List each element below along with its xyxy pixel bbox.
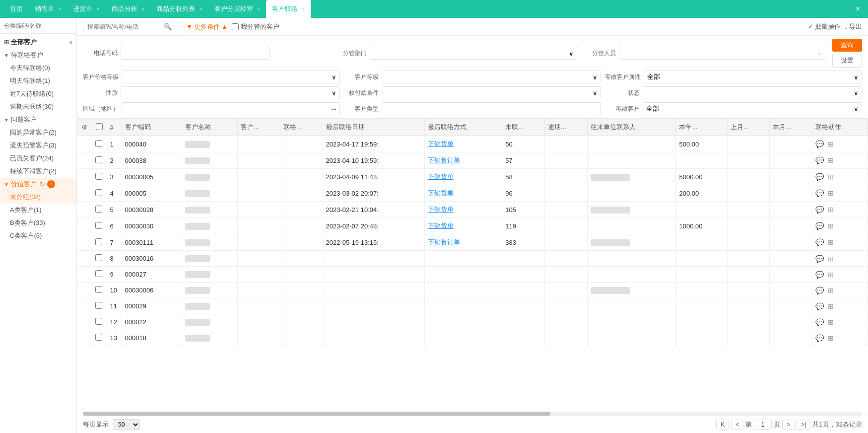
row-checkbox[interactable] xyxy=(95,238,102,245)
all-customers-header[interactable]: ⊞ 全部客户 « xyxy=(0,34,76,49)
export-btn[interactable]: ↓ 导出 xyxy=(845,22,863,31)
tab-sales-order[interactable]: 销售单 × xyxy=(29,0,67,18)
row-checkbox[interactable] xyxy=(95,254,102,261)
row-last-method[interactable] xyxy=(424,267,502,283)
chat-icon[interactable]: 💬 xyxy=(815,189,824,197)
row-checkbox[interactable] xyxy=(95,206,102,213)
sidebar-item-churn-risk[interactable]: 流失预警客户(3) xyxy=(0,139,76,152)
zero-attr-select[interactable]: 全部 ∨ xyxy=(644,71,862,83)
payment-select[interactable]: ∨ xyxy=(382,86,601,99)
price-select[interactable]: ∨ xyxy=(122,71,340,83)
collapse-sidebar-btn[interactable]: « xyxy=(69,39,72,46)
last-page-btn[interactable]: >| xyxy=(797,420,810,430)
row-last-method[interactable] xyxy=(424,330,502,346)
sidebar-item-tomorrow[interactable]: 明天待联络(1) xyxy=(0,74,76,87)
my-customers-check[interactable]: 我分管的客户 xyxy=(232,22,279,31)
row-checkbox[interactable] xyxy=(95,156,102,163)
sidebar-item-overdue[interactable]: 逾期未联络(30) xyxy=(0,100,76,113)
close-tab-contact[interactable]: × xyxy=(302,6,305,12)
first-page-btn[interactable]: K xyxy=(716,420,729,430)
menu-icon[interactable]: ⊞ xyxy=(828,271,834,279)
cust-type-select[interactable] xyxy=(382,102,601,115)
tab-customer-segment[interactable]: 客户分层经营 × xyxy=(208,0,266,18)
more-conditions-btn[interactable]: ▼ 更多条件 ▲ xyxy=(186,22,228,31)
sidebar-item-ungrouped[interactable]: 未分组(32) xyxy=(0,191,76,204)
customer-level-select[interactable]: ∨ xyxy=(382,71,601,83)
close-all-tabs[interactable]: × xyxy=(852,4,864,13)
chat-icon[interactable]: 💬 xyxy=(815,222,824,230)
tab-purchase[interactable]: 进货单 × xyxy=(67,0,105,18)
row-last-method[interactable]: 下销货单 xyxy=(424,136,502,152)
row-last-method[interactable]: 下销售订单 xyxy=(424,152,502,169)
menu-icon[interactable]: ⊞ xyxy=(828,287,834,294)
chat-icon[interactable]: 💬 xyxy=(815,302,824,310)
my-customers-checkbox[interactable] xyxy=(232,23,239,30)
sidebar-item-today[interactable]: 今天待联络(0) xyxy=(0,62,76,74)
chat-icon[interactable]: 💬 xyxy=(815,156,824,164)
close-tab-sales[interactable]: × xyxy=(58,6,61,12)
chat-icon[interactable]: 💬 xyxy=(815,287,824,294)
property-select[interactable]: ∨ xyxy=(121,86,340,99)
filter-search-icon[interactable]: 🔍 xyxy=(164,23,172,30)
staff-select[interactable]: ··· xyxy=(619,47,826,60)
sidebar-item-class-b[interactable]: B类客户(33) xyxy=(0,216,76,229)
row-last-method[interactable] xyxy=(424,283,502,298)
group-value-customers[interactable]: ▼ 价值客户 ↻ ! xyxy=(0,178,76,191)
next-page-btn[interactable]: > xyxy=(782,420,795,430)
chat-icon[interactable]: 💬 xyxy=(815,173,824,181)
close-tab-purchase[interactable]: × xyxy=(96,6,99,12)
region-select[interactable]: ··· xyxy=(122,102,340,115)
chat-icon[interactable]: 💬 xyxy=(815,206,824,214)
filter-search-input[interactable] xyxy=(87,23,162,30)
dept-select[interactable]: ∨ xyxy=(370,47,577,60)
row-last-method[interactable] xyxy=(424,314,502,330)
menu-icon[interactable]: ⊞ xyxy=(828,222,834,230)
row-last-method[interactable]: 下销货单 xyxy=(424,218,502,234)
tab-product-analysis-list[interactable]: 商品分析列表 × xyxy=(150,0,208,18)
menu-icon[interactable]: ⊞ xyxy=(828,140,834,148)
row-checkbox[interactable] xyxy=(95,318,102,325)
row-last-method[interactable]: 下销货单 xyxy=(424,185,502,202)
sidebar-item-churned[interactable]: 已流失客户(24) xyxy=(0,152,76,165)
tab-product-analysis[interactable]: 商品分析 × xyxy=(106,0,150,18)
row-checkbox[interactable] xyxy=(95,222,102,229)
sidebar-search-input[interactable] xyxy=(4,22,77,29)
select-all-checkbox[interactable] xyxy=(96,123,103,130)
status-select[interactable]: ∨ xyxy=(643,86,862,99)
nav-home[interactable]: 首页 xyxy=(4,0,29,18)
chat-icon[interactable]: 💬 xyxy=(815,271,824,279)
chat-icon[interactable]: 💬 xyxy=(815,140,824,148)
row-last-method[interactable] xyxy=(424,251,502,267)
zero-retail-select[interactable]: 全部 ∨ xyxy=(643,102,862,115)
menu-icon[interactable]: ⊞ xyxy=(828,318,834,326)
row-checkbox[interactable] xyxy=(95,189,102,196)
row-last-method[interactable] xyxy=(424,298,502,314)
col-settings[interactable]: ⚙ xyxy=(77,119,92,136)
row-last-method[interactable]: 下销货单 xyxy=(424,169,502,185)
prev-page-btn[interactable]: < xyxy=(731,420,743,430)
row-checkbox[interactable] xyxy=(95,334,102,341)
group-problem-customers[interactable]: ▼ 问题客户 xyxy=(0,113,76,126)
menu-icon[interactable]: ⊞ xyxy=(828,334,834,342)
group-pending-contact[interactable]: ▼ 待联络客户 xyxy=(0,49,76,62)
row-last-method[interactable]: 下销货单 xyxy=(424,202,502,218)
menu-icon[interactable]: ⊞ xyxy=(828,302,834,310)
menu-icon[interactable]: ⊞ xyxy=(828,189,834,197)
sidebar-item-abnormal[interactable]: 囤购异常客户(2) xyxy=(0,126,76,139)
row-checkbox[interactable] xyxy=(95,173,102,180)
sidebar-item-class-c[interactable]: C类客户(6) xyxy=(0,229,76,242)
chat-icon[interactable]: 💬 xyxy=(815,238,824,246)
close-tab-analysis[interactable]: × xyxy=(141,6,144,12)
row-checkbox[interactable] xyxy=(95,270,102,277)
row-checkbox[interactable] xyxy=(95,140,102,147)
menu-icon[interactable]: ⊞ xyxy=(828,156,834,164)
row-checkbox[interactable] xyxy=(95,302,102,309)
menu-icon[interactable]: ⊞ xyxy=(828,173,834,181)
row-last-method[interactable]: 下销售订单 xyxy=(424,234,502,251)
chat-icon[interactable]: 💬 xyxy=(815,318,824,326)
close-tab-segment[interactable]: × xyxy=(257,6,260,12)
row-checkbox[interactable] xyxy=(95,286,102,293)
sidebar-item-declining[interactable]: 持续下滑客户(2) xyxy=(0,165,76,178)
menu-icon[interactable]: ⊞ xyxy=(828,206,834,214)
reset-btn[interactable]: 设置 xyxy=(832,54,862,68)
